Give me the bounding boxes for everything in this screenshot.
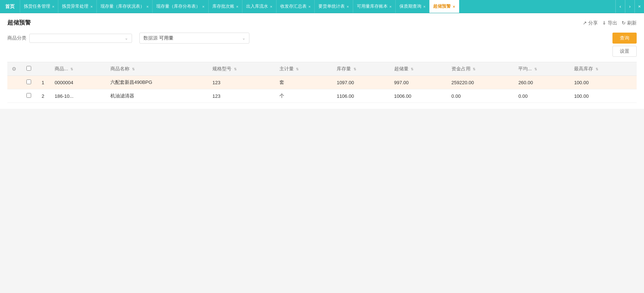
- col-header-spec[interactable]: 规格型号 ⇅: [208, 62, 275, 76]
- row-maxstock-1: 100.00: [570, 89, 637, 103]
- row-settings-0: [7, 76, 22, 89]
- row-code-1: 186-10...: [50, 89, 106, 103]
- main-content: 超储预警 ↗ 分享 ⇓ 导出 ↻ 刷新 商品分类 ⌄: [0, 13, 644, 109]
- col-overstock-label: 超储量: [394, 66, 409, 71]
- row-index-1: 2: [36, 89, 50, 103]
- refresh-icon: ↻: [622, 20, 626, 26]
- table-row: 1 0000004 六配套新昌490BPG 123 套 1097.00 997.…: [7, 76, 637, 89]
- refresh-button[interactable]: ↻ 刷新: [622, 20, 637, 26]
- row-name-1: 机油滤清器: [106, 89, 208, 103]
- tab-3-close[interactable]: ×: [146, 4, 149, 9]
- export-label: 导出: [608, 20, 617, 26]
- col-maxstock-sort-icon[interactable]: ⇅: [596, 67, 599, 71]
- col-header-stock[interactable]: 库存量 ⇅: [332, 62, 389, 76]
- tab-7-label: 收发存汇总表: [280, 3, 307, 10]
- col-code-sort-icon[interactable]: ⇅: [70, 67, 73, 71]
- tab-11-close[interactable]: ×: [453, 4, 455, 9]
- col-stock-label: 库存量: [337, 66, 351, 71]
- tab-3[interactable]: 现存量（库存状况表） ×: [97, 0, 153, 13]
- tab-8[interactable]: 要货单统计表 ×: [315, 0, 353, 13]
- nav-next-btn[interactable]: ›: [625, 0, 634, 13]
- col-name-label: 商品名称: [110, 66, 129, 71]
- row-checkbox-1[interactable]: [26, 93, 31, 98]
- tab-7-close[interactable]: ×: [308, 4, 311, 9]
- data-table: ⚙ 商品... ⇅ 商品名称 ⇅ 规格型号 ⇅: [7, 62, 637, 103]
- datasource-filter: 数据源 可用量 ⌄: [139, 33, 249, 44]
- row-code-0: 0000004: [50, 76, 106, 89]
- tab-1-close[interactable]: ×: [52, 4, 54, 9]
- col-stock-sort-icon[interactable]: ⇅: [354, 67, 356, 71]
- tab-5-close[interactable]: ×: [236, 4, 238, 9]
- query-button[interactable]: 查询: [612, 33, 637, 44]
- col-header-settings[interactable]: ⚙: [7, 62, 22, 76]
- row-checkbox-cell-1[interactable]: [22, 89, 36, 103]
- row-settings-1: [7, 89, 22, 103]
- col-header-maxstock[interactable]: 最高库存 ⇅: [570, 62, 637, 76]
- col-header-capital[interactable]: 资金占用 ⇅: [447, 62, 514, 76]
- top-nav: 首页 拣货任务管理 × 拣货异常处理 × 现存量（库存状况表） × 现存量（库存…: [0, 0, 644, 13]
- row-capital-0: 259220.00: [447, 76, 514, 89]
- col-spec-label: 规格型号: [212, 66, 231, 71]
- select-all-checkbox[interactable]: [26, 66, 31, 71]
- tab-1[interactable]: 拣货任务管理 ×: [20, 0, 58, 13]
- row-checkbox-cell-0[interactable]: [22, 76, 36, 89]
- nav-more-btn[interactable]: ×: [634, 0, 644, 13]
- tab-4-close[interactable]: ×: [202, 4, 204, 9]
- tab-2[interactable]: 拣货异常处理 ×: [58, 0, 96, 13]
- col-capital-sort-icon[interactable]: ⇅: [473, 67, 476, 71]
- tab-10[interactable]: 保质期查询 ×: [396, 0, 429, 13]
- tab-3-label: 现存量（库存状况表）: [100, 3, 144, 10]
- row-index-0: 1: [36, 76, 50, 89]
- tab-5[interactable]: 库存批次账 ×: [209, 0, 242, 13]
- tab-2-close[interactable]: ×: [90, 4, 92, 9]
- col-header-unit[interactable]: 主计量 ⇅: [275, 62, 332, 76]
- nav-home[interactable]: 首页: [0, 0, 20, 13]
- row-avg-1: 0.00: [514, 89, 570, 103]
- col-avg-sort-icon[interactable]: ⇅: [534, 67, 537, 71]
- tab-4[interactable]: 现存量（库存分布表） ×: [153, 0, 208, 13]
- table-row: 2 186-10... 机油滤清器 123 个 1106.00 1006.00 …: [7, 89, 637, 103]
- export-icon: ⇓: [602, 20, 606, 26]
- row-overstock-0: 997.00: [390, 76, 447, 89]
- tab-9[interactable]: 可用量库存账本 ×: [353, 0, 396, 13]
- settings-button[interactable]: 设置: [612, 46, 637, 57]
- category-select[interactable]: ⌄: [29, 34, 132, 43]
- row-checkbox-0[interactable]: [26, 79, 31, 84]
- col-name-sort-icon[interactable]: ⇅: [132, 67, 135, 71]
- row-name-0: 六配套新昌490BPG: [106, 76, 208, 89]
- row-stock-0: 1097.00: [332, 76, 389, 89]
- tab-2-label: 拣货异常处理: [62, 3, 88, 10]
- col-header-checkbox[interactable]: [22, 62, 36, 76]
- col-spec-sort-icon[interactable]: ⇅: [234, 67, 237, 71]
- col-header-avg[interactable]: 平均... ⇅: [514, 62, 570, 76]
- tab-11[interactable]: 超储预警 ×: [429, 0, 459, 13]
- col-header-name[interactable]: 商品名称 ⇅: [106, 62, 208, 76]
- category-label: 商品分类: [7, 35, 26, 41]
- category-dropdown-icon: ⌄: [125, 36, 128, 41]
- nav-prev-btn[interactable]: ‹: [615, 0, 625, 13]
- datasource-label: 数据源: [143, 35, 158, 41]
- col-code-label: 商品...: [55, 66, 68, 71]
- tab-10-close[interactable]: ×: [423, 4, 425, 9]
- col-unit-label: 主计量: [279, 66, 294, 71]
- tab-6-close[interactable]: ×: [270, 4, 272, 9]
- category-filter: 商品分类 ⌄: [7, 34, 132, 43]
- tab-9-close[interactable]: ×: [389, 4, 392, 9]
- row-overstock-1: 1006.00: [390, 89, 447, 103]
- tab-8-close[interactable]: ×: [347, 4, 349, 9]
- share-button[interactable]: ↗ 分享: [583, 20, 598, 26]
- row-spec-0: 123: [208, 76, 275, 89]
- tab-1-label: 拣货任务管理: [24, 3, 50, 10]
- export-button[interactable]: ⇓ 导出: [602, 20, 617, 26]
- col-unit-sort-icon[interactable]: ⇅: [296, 67, 299, 71]
- tab-6-label: 出入库流水: [246, 3, 268, 10]
- tab-5-label: 库存批次账: [212, 3, 234, 10]
- tab-7[interactable]: 收发存汇总表 ×: [277, 0, 315, 13]
- gear-icon[interactable]: ⚙: [12, 66, 17, 72]
- datasource-select[interactable]: 数据源 可用量 ⌄: [139, 33, 249, 44]
- col-header-overstock[interactable]: 超储量 ⇅: [390, 62, 447, 76]
- tab-6[interactable]: 出入库流水 ×: [242, 0, 276, 13]
- col-overstock-sort-icon[interactable]: ⇅: [411, 67, 414, 71]
- share-icon: ↗: [583, 20, 587, 26]
- col-header-code[interactable]: 商品... ⇅: [50, 62, 106, 76]
